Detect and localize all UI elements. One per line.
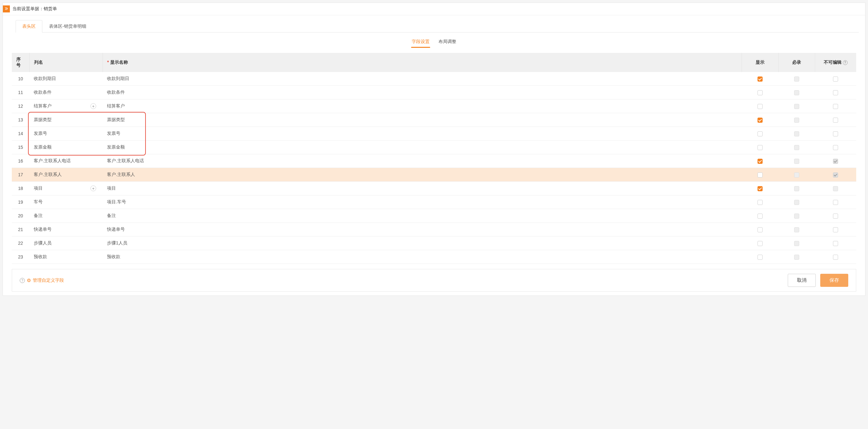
checkbox-show[interactable] xyxy=(757,213,763,219)
table-row[interactable]: 21快递单号快递单号 xyxy=(12,223,856,236)
row-display-name[interactable]: 预收款 xyxy=(102,250,742,264)
cell-show xyxy=(742,236,778,250)
row-name-cell: 快递单号 xyxy=(29,223,102,236)
expand-toggle[interactable] xyxy=(3,5,10,12)
row-display-name[interactable]: 发票号 xyxy=(102,127,742,141)
checkbox-show[interactable] xyxy=(757,255,763,260)
row-display-name[interactable]: 客户.主联系人电话 xyxy=(102,154,742,168)
checkbox-required xyxy=(794,186,799,191)
tab-secondary-0[interactable]: 字段设置 xyxy=(411,37,430,48)
checkbox-required xyxy=(794,159,799,164)
checkbox-show[interactable] xyxy=(757,90,763,95)
checkbox-required xyxy=(794,200,799,205)
row-name: 项目 xyxy=(34,185,43,191)
row-display-name[interactable]: 快递单号 xyxy=(102,223,742,236)
cancel-button[interactable]: 取消 xyxy=(788,274,816,287)
checkbox-readonly[interactable] xyxy=(833,213,838,219)
table-container: 序号 列名 *显示名称 显示 必录 不可编辑? 10收款到期日收款到期日11收款… xyxy=(12,53,856,264)
table-row[interactable]: 23预收款预收款 xyxy=(12,250,856,264)
row-display-name[interactable]: 结算客户 xyxy=(102,99,742,113)
plus-icon[interactable]: + xyxy=(90,103,96,109)
checkbox-show[interactable] xyxy=(757,145,763,150)
checkbox-show[interactable] xyxy=(757,159,763,164)
tabs-secondary: 字段设置布局调整 xyxy=(3,32,865,48)
help-icon[interactable]: ? xyxy=(843,60,848,65)
row-name-cell: 步骤人员 xyxy=(29,236,102,250)
checkbox-readonly[interactable] xyxy=(833,227,838,232)
checkbox-readonly[interactable] xyxy=(833,90,838,95)
row-name: 收款条件 xyxy=(34,90,52,95)
row-name: 快递单号 xyxy=(34,227,52,232)
row-seq: 19 xyxy=(12,195,29,209)
row-display-name[interactable]: 项目 xyxy=(102,182,742,195)
cell-required xyxy=(778,154,815,168)
checkbox-show[interactable] xyxy=(757,200,763,205)
current-doc-label: 当前设置单据： xyxy=(12,6,43,12)
checkbox-readonly[interactable] xyxy=(833,104,838,109)
checkbox-show[interactable] xyxy=(757,104,763,109)
table-row[interactable]: 22步骤人员步骤1人员 xyxy=(12,236,856,250)
cell-required xyxy=(778,86,815,99)
row-name-cell: 收款到期日 xyxy=(29,72,102,86)
table-row[interactable]: 20备注备注 xyxy=(12,209,856,223)
cell-show xyxy=(742,86,778,99)
checkbox-readonly xyxy=(833,159,838,164)
cell-show xyxy=(742,223,778,236)
row-name: 收款到期日 xyxy=(34,76,56,82)
row-seq: 10 xyxy=(12,72,29,86)
tab-secondary-1[interactable]: 布局调整 xyxy=(438,37,457,48)
row-display-name[interactable]: 客户.主联系人 xyxy=(102,168,742,182)
checkbox-required xyxy=(794,104,799,109)
checkbox-readonly[interactable] xyxy=(833,131,838,136)
plus-icon[interactable]: + xyxy=(90,185,96,191)
row-display-name[interactable]: 票据类型 xyxy=(102,113,742,127)
checkbox-required xyxy=(794,118,799,123)
cell-readonly xyxy=(815,86,856,99)
table-row[interactable]: 16客户.主联系人电话客户.主联系人电话 xyxy=(12,154,856,168)
checkbox-readonly[interactable] xyxy=(833,145,838,150)
checkbox-show[interactable] xyxy=(757,186,763,191)
checkbox-show[interactable] xyxy=(757,172,763,177)
row-seq: 11 xyxy=(12,86,29,99)
checkbox-required xyxy=(794,255,799,260)
row-display-name[interactable]: 备注 xyxy=(102,209,742,223)
checkbox-required xyxy=(794,90,799,95)
checkbox-readonly[interactable] xyxy=(833,77,838,82)
table-row[interactable]: 17客户.主联系人客户.主联系人 xyxy=(12,168,856,182)
table-row[interactable]: 13票据类型票据类型 xyxy=(12,113,856,127)
checkbox-show[interactable] xyxy=(757,77,763,82)
checkbox-readonly[interactable] xyxy=(833,255,838,260)
checkbox-show[interactable] xyxy=(757,241,763,246)
row-name-cell: 结算客户+ xyxy=(29,99,102,113)
table-row[interactable]: 10收款到期日收款到期日 xyxy=(12,72,856,86)
table-row[interactable]: 15发票金额发票金额 xyxy=(12,141,856,154)
manage-custom-fields-link[interactable]: 管理自定义字段 xyxy=(33,278,64,283)
row-display-name[interactable]: 收款条件 xyxy=(102,86,742,99)
checkbox-readonly[interactable] xyxy=(833,200,838,205)
checkbox-show[interactable] xyxy=(757,227,763,232)
row-display-name[interactable]: 发票金额 xyxy=(102,141,742,154)
row-seq: 21 xyxy=(12,223,29,236)
cell-required xyxy=(778,72,815,86)
checkbox-required xyxy=(794,77,799,82)
save-button[interactable]: 保存 xyxy=(820,274,848,287)
row-display-name[interactable]: 项目.车号 xyxy=(102,195,742,209)
table-row[interactable]: 12结算客户+结算客户 xyxy=(12,99,856,113)
checkbox-show[interactable] xyxy=(757,131,763,136)
table-row[interactable]: 18项目+项目 xyxy=(12,182,856,195)
row-seq: 13 xyxy=(12,113,29,127)
checkbox-readonly[interactable] xyxy=(833,241,838,246)
row-display-name[interactable]: 收款到期日 xyxy=(102,72,742,86)
cell-readonly xyxy=(815,127,856,141)
checkbox-show[interactable] xyxy=(757,118,763,123)
checkbox-required xyxy=(794,241,799,246)
question-icon[interactable]: ? xyxy=(20,278,25,283)
row-name: 票据类型 xyxy=(34,117,52,123)
checkbox-readonly[interactable] xyxy=(833,118,838,123)
row-display-name[interactable]: 步骤1人员 xyxy=(102,236,742,250)
table-row[interactable]: 11收款条件收款条件 xyxy=(12,86,856,99)
tab-primary-0[interactable]: 表头区 xyxy=(16,20,42,32)
table-row[interactable]: 14发票号发票号 xyxy=(12,127,856,141)
table-row[interactable]: 19车号项目.车号 xyxy=(12,195,856,209)
tab-primary-1[interactable]: 表体区-销货单明细 xyxy=(42,20,93,32)
